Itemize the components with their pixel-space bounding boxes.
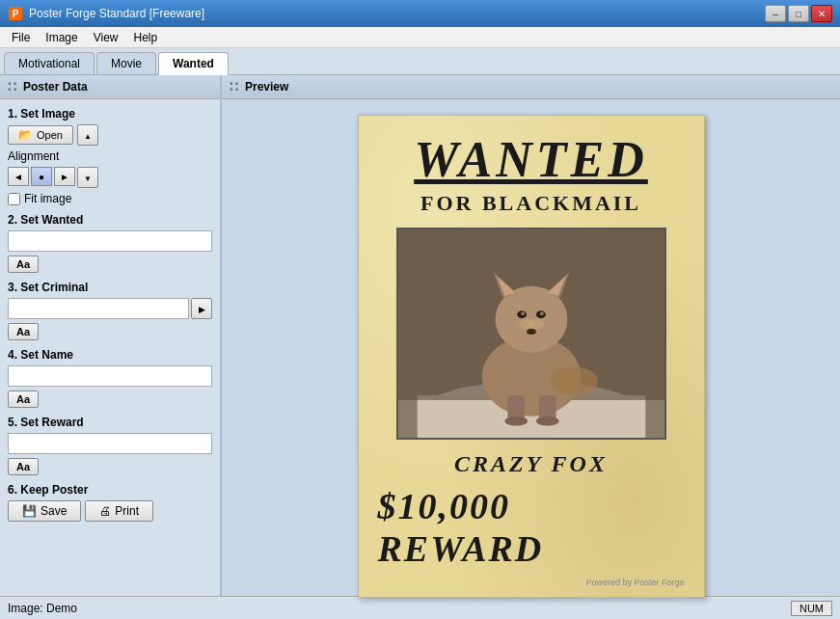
align-center-button[interactable]: ● <box>31 167 52 186</box>
preview-header-dots: ∷ <box>230 79 239 94</box>
tab-motivational[interactable]: Motivational <box>4 52 95 74</box>
poster-reward-text: $10,000 REWARD <box>378 485 685 570</box>
align-right-button[interactable]: ► <box>54 167 75 186</box>
svg-point-13 <box>528 318 544 330</box>
open-icon <box>18 128 33 142</box>
fit-image-label: Fit image <box>24 192 71 205</box>
wanted-font-button[interactable]: Aa <box>8 256 39 273</box>
poster-watermark: Powered by Poster Forge <box>585 578 684 587</box>
panel-header: ∷ Poster Data <box>0 75 220 99</box>
save-icon <box>22 504 37 518</box>
section-set-reward: 5. Set Reward <box>8 416 212 429</box>
section-set-wanted: 2. Set Wanted <box>8 213 212 227</box>
right-panel: ∷ Preview WANTED FOR BLACKMAIL <box>222 75 840 596</box>
svg-point-19 <box>550 367 597 396</box>
menu-view[interactable]: View <box>86 29 126 46</box>
panel-header-dots: ∷ <box>8 79 17 94</box>
align-left-button[interactable]: ◄ <box>8 167 29 186</box>
move-down-icon <box>84 173 92 183</box>
move-down-button[interactable] <box>77 167 98 188</box>
alignment-label: Alignment <box>8 149 59 163</box>
preview-area: WANTED FOR BLACKMAIL <box>222 99 840 613</box>
main-layout: ∷ Poster Data 1. Set Image Open Alignmen… <box>0 75 840 596</box>
title-bar: P Poster Forge Standard [Freeware] – □ ✕ <box>0 0 840 27</box>
menu-help[interactable]: Help <box>126 29 166 46</box>
preview-header-title: Preview <box>245 80 288 94</box>
wanted-input[interactable]: WANTED <box>8 230 212 252</box>
section-set-name: 4. Set Name <box>8 348 212 362</box>
play-icon <box>199 304 205 314</box>
criminal-font-button[interactable]: Aa <box>8 323 39 340</box>
tab-bar: Motivational Movie Wanted <box>0 48 840 75</box>
maximize-button[interactable]: □ <box>788 5 809 22</box>
open-button[interactable]: Open <box>8 125 73 145</box>
section-set-image: 1. Set Image <box>8 107 212 121</box>
svg-point-18 <box>527 329 536 335</box>
num-lock-indicator: NUM <box>791 601 832 616</box>
svg-point-17 <box>539 311 543 315</box>
fit-image-row: Fit image <box>8 192 212 205</box>
minimize-button[interactable]: – <box>765 5 786 22</box>
poster-wanted-text: WANTED <box>414 135 648 185</box>
open-row: Open <box>8 124 212 146</box>
window-controls: – □ ✕ <box>765 5 832 22</box>
poster-blackmail-text: FOR BLACKMAIL <box>420 191 641 216</box>
svg-point-22 <box>504 417 528 426</box>
menu-bar: File Image View Help <box>0 27 840 48</box>
move-up-button[interactable] <box>77 124 98 146</box>
menu-image[interactable]: Image <box>38 29 85 46</box>
move-up-icon <box>84 130 92 141</box>
name-input[interactable]: CRAZY FOX <box>8 365 212 387</box>
section-set-criminal: 3. Set Criminal <box>8 281 212 294</box>
save-print-row: Save Print <box>8 500 212 522</box>
reward-input[interactable]: $10,000 REWARD <box>8 433 212 454</box>
poster-name-text: CRAZY FOX <box>454 451 608 477</box>
poster: WANTED FOR BLACKMAIL <box>358 115 705 598</box>
fit-image-checkbox[interactable] <box>8 193 20 205</box>
poster-fox-image <box>398 228 664 440</box>
print-button[interactable]: Print <box>85 500 153 522</box>
tab-wanted[interactable]: Wanted <box>158 52 229 75</box>
image-status: Image: Demo <box>8 602 77 615</box>
alignment-row: Alignment <box>8 149 212 163</box>
preview-header: ∷ Preview <box>222 75 840 99</box>
save-button[interactable]: Save <box>8 500 81 522</box>
app-icon: P <box>8 6 23 21</box>
svg-point-16 <box>521 311 525 315</box>
menu-file[interactable]: File <box>4 29 38 46</box>
svg-point-23 <box>535 417 558 426</box>
criminal-play-button[interactable] <box>191 298 212 319</box>
align-buttons: ◄ ● ► <box>8 167 212 188</box>
svg-text:P: P <box>13 9 19 19</box>
left-panel: ∷ Poster Data 1. Set Image Open Alignmen… <box>0 75 222 596</box>
panel-header-title: Poster Data <box>23 80 88 94</box>
close-button[interactable]: ✕ <box>811 5 832 22</box>
criminal-input[interactable]: FOR BLACKMAIL <box>8 298 189 319</box>
reward-font-button[interactable]: Aa <box>8 458 39 475</box>
print-icon <box>99 504 111 518</box>
poster-image-box <box>396 228 666 440</box>
tab-movie[interactable]: Movie <box>96 52 156 74</box>
section-keep-poster: 6. Keep Poster <box>8 483 212 497</box>
window-title: Poster Forge Standard [Freeware] <box>29 7 204 20</box>
left-content: 1. Set Image Open Alignment ◄ ● ► <box>0 99 220 596</box>
name-font-button[interactable]: Aa <box>8 390 39 408</box>
